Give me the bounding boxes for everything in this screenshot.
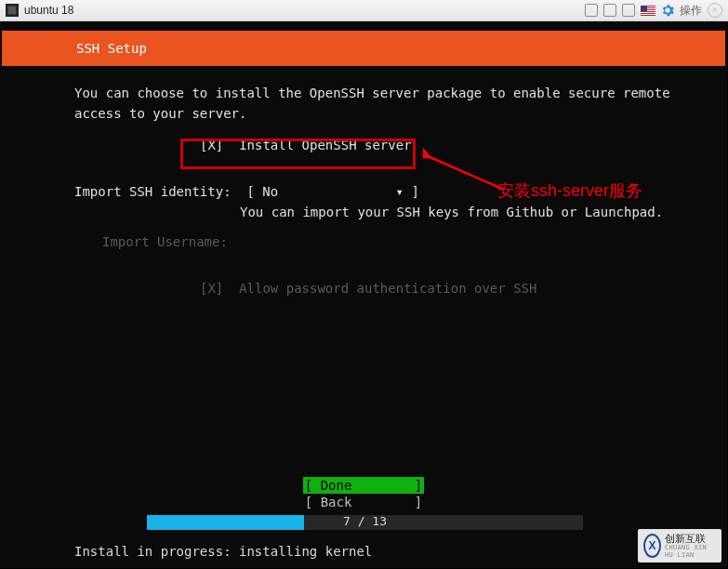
window-icon[interactable]	[622, 4, 635, 17]
watermark-badge: X 创新互联 CHUANG XIN HU LIAN	[638, 529, 721, 562]
allow-password-checkbox[interactable]: [X] Allow password authentication over S…	[74, 278, 653, 298]
vm-title: ubuntu 18	[24, 4, 73, 17]
svg-rect-6	[641, 12, 655, 13]
svg-rect-1	[8, 7, 17, 15]
svg-rect-8	[641, 6, 647, 11]
install-status-text: Install in progress: installing kernel	[74, 544, 372, 559]
watermark-subtext: CHUANG XIN HU LIAN	[665, 544, 716, 559]
close-icon[interactable]: ×	[708, 3, 722, 18]
vm-display: SSH Setup You can choose to install the …	[0, 21, 728, 569]
installer-header: SSH Setup	[2, 31, 725, 66]
titlebar-right-controls: 操作 ×	[585, 3, 722, 19]
window-icon[interactable]	[603, 4, 616, 17]
operations-label[interactable]: 操作	[680, 3, 702, 19]
import-hint: You can import your SSH keys from Github…	[74, 202, 653, 222]
import-identity-label: Import SSH identity:	[74, 184, 232, 199]
vm-titlebar: ubuntu 18 操作 ×	[0, 0, 728, 21]
done-button[interactable]: [ Done ]	[303, 477, 424, 494]
import-username-label: Import Username:	[74, 232, 653, 252]
installer-footer-buttons: [ Done ] [ Back ]	[0, 477, 727, 510]
watermark-text: 创新互联	[665, 533, 716, 544]
gear-icon[interactable]	[661, 4, 674, 17]
page-title: SSH Setup	[76, 41, 147, 56]
svg-rect-7	[641, 14, 655, 15]
annotation-text: 安装ssh-server服务	[497, 179, 642, 202]
description-line: access to your server.	[74, 103, 653, 124]
install-progress-bar: 7 / 13	[147, 515, 583, 530]
install-progress-label: 7 / 13	[147, 514, 583, 528]
watermark-text-wrap: 创新互联 CHUANG XIN HU LIAN	[665, 533, 716, 559]
watermark-logo-icon: X	[643, 534, 661, 558]
ubuntu-installer: SSH Setup You can choose to install the …	[0, 21, 727, 568]
annotation-highlight-box	[180, 139, 416, 169]
ubuntu-icon	[6, 4, 19, 17]
us-flag-icon[interactable]	[641, 6, 655, 16]
back-button[interactable]: [ Back ]	[305, 494, 422, 510]
import-identity-select[interactable]: [ No ▾ ]	[246, 184, 418, 199]
description-line: You can choose to install the OpenSSH se…	[74, 83, 653, 103]
window-icon[interactable]	[585, 4, 598, 17]
